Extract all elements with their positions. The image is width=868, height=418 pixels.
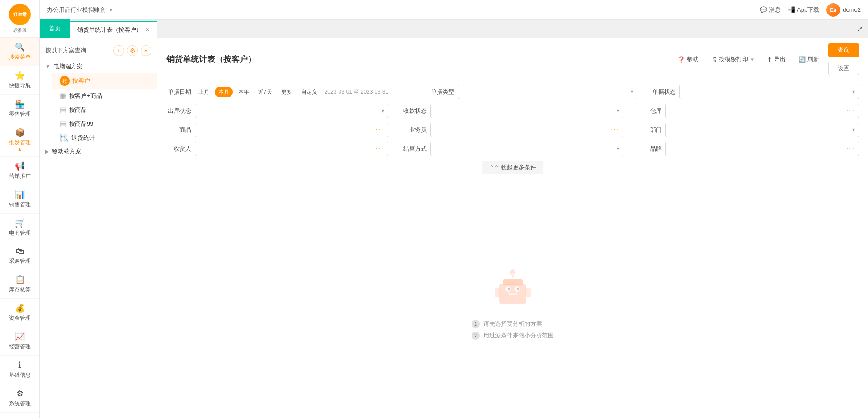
sidebar-item-inventory[interactable]: 📋 库存核算 — [0, 270, 39, 299]
brand-select[interactable]: ··· — [665, 142, 859, 156]
tab-home[interactable]: 首页 — [40, 19, 70, 38]
sidebar-item-enterprise[interactable]: 🤝 企业协同 — [0, 413, 39, 418]
export-button[interactable]: ⬆ 导出 — [764, 53, 789, 65]
filter-row-1: 单据日期 上月 本月 本年 近7天 更多 自定义 2023-03-01 至 20… — [166, 85, 859, 99]
page-actions: ❓ 帮助 🖨 按模板打印 ▼ ⬆ 导出 🔄 刷新 — [674, 43, 859, 75]
star-icon: ⭐ — [15, 71, 25, 81]
receiver-label: 收货人 — [166, 145, 191, 153]
date-label: 单据日期 — [166, 88, 191, 96]
sidebar-item-basic[interactable]: ℹ 基础信息 — [0, 356, 39, 384]
sidebar-item-marketing[interactable]: 📢 营销推广 — [0, 157, 39, 185]
sidebar-item-sales[interactable]: 📊 销售管理 — [0, 185, 39, 214]
tree-item-return[interactable]: 📉 退货统计 — [52, 131, 157, 145]
date-pill-this-month[interactable]: 本月 — [215, 87, 233, 97]
message-button[interactable]: 💬 消息 — [760, 6, 781, 14]
svg-point-9 — [510, 269, 515, 274]
product-select[interactable]: ··· — [195, 123, 388, 137]
svg-rect-1 — [495, 288, 500, 297]
date-pill-7days[interactable]: 近7天 — [255, 87, 276, 97]
sidebar-item-search[interactable]: 🔍 搜索菜单 — [0, 38, 39, 66]
order-status-chevron: ▾ — [852, 89, 855, 95]
tree-collapsed-icon: ▶ — [45, 148, 49, 155]
active-tab-label: 销货单统计表（按客户） — [77, 26, 142, 34]
order-status-select[interactable]: ▾ — [679, 85, 859, 99]
settlement-chevron: ▾ — [617, 146, 619, 152]
industry-title: 办公用品行业模拟账套 — [47, 6, 106, 14]
sidebar-item-operation[interactable]: 📈 经营管理 — [0, 327, 39, 356]
tree-item-product99[interactable]: ▤ 按商品99 — [52, 117, 157, 131]
sidebar-item-ecommerce[interactable]: 🛒 电商管理 — [0, 214, 39, 242]
tree-item-customer[interactable]: 按 按客户 — [52, 73, 157, 89]
return-icon: 📉 — [60, 133, 69, 142]
salesperson-select[interactable]: ··· — [430, 123, 624, 137]
date-pill-last-month[interactable]: 上月 — [195, 87, 213, 97]
collapse-filter-button[interactable]: ⌃⌃ 收起更多条件 — [482, 161, 543, 174]
print-dropdown-icon: ▼ — [750, 57, 755, 62]
tree-group-mobile[interactable]: ▶ 移动端方案 — [40, 145, 157, 158]
filter-section: 单据日期 上月 本月 本年 近7天 更多 自定义 2023-03-01 至 20… — [157, 79, 868, 180]
payment-status-chevron: ▾ — [617, 108, 619, 114]
wholesale-icon: 📦 — [15, 128, 25, 138]
download-icon: 📲 — [788, 6, 795, 13]
operation-icon: 📈 — [15, 332, 25, 342]
sidebar-item-purchase[interactable]: 🛍 采购管理 — [0, 242, 39, 270]
order-type-select[interactable]: ▾ — [458, 85, 637, 99]
user-area[interactable]: Ea demo2 — [826, 3, 861, 17]
main-area: 办公用品行业模拟账套 ▾ 💬 消息 📲 App下载 Ea demo2 首页 销货… — [40, 0, 868, 418]
sidebar: 好生意 标推版 🔍 搜索菜单 ⭐ 快捷导航 🏪 零售管理 📦 批发管理 ▲ 📢 … — [0, 0, 40, 418]
sidebar-item-system[interactable]: ⚙ 系统管理 — [0, 384, 39, 413]
maximize-button[interactable]: — ⤢ — [841, 19, 868, 38]
payment-status-label: 收款状态 — [402, 107, 427, 115]
left-panel-title: 按以下方案查询 — [45, 47, 86, 55]
filter-row-3: 商品 ··· 业务员 ··· — [166, 123, 859, 137]
scheme-settings-button[interactable]: ⚙ — [127, 45, 138, 56]
out-status-label: 出库状态 — [166, 107, 191, 115]
dropdown-icon[interactable]: ▾ — [109, 6, 113, 13]
settings-button[interactable]: 设置 — [828, 62, 859, 75]
settlement-select[interactable]: ▾ — [430, 142, 624, 156]
add-scheme-button[interactable]: + — [113, 45, 124, 56]
date-pill-more[interactable]: 更多 — [278, 87, 296, 97]
warehouse-select[interactable]: ··· — [665, 104, 859, 118]
sidebar-item-wholesale[interactable]: 📦 批发管理 ▲ — [0, 123, 39, 157]
tree-item-customer-label: 按客户 — [72, 77, 90, 85]
ecommerce-icon: 🛒 — [15, 218, 25, 228]
tab-sales-stat[interactable]: 销货单统计表（按客户） × — [70, 21, 157, 38]
collapse-panel-button[interactable]: « — [141, 45, 151, 56]
refresh-button[interactable]: 🔄 刷新 — [795, 53, 823, 65]
close-tab-icon[interactable]: × — [146, 26, 150, 34]
product99-icon: ▤ — [60, 119, 66, 128]
tree-item-product[interactable]: ▤ 按商品 — [52, 103, 157, 117]
product-dots: ··· — [375, 126, 384, 134]
svg-rect-8 — [508, 293, 517, 295]
print-button[interactable]: 🖨 按模板打印 ▼ — [708, 53, 758, 65]
finance-icon: 💰 — [15, 303, 25, 313]
filter-date: 单据日期 上月 本月 本年 近7天 更多 自定义 2023-03-01 至 20… — [166, 87, 416, 97]
out-status-select[interactable]: ▾ — [195, 104, 388, 118]
sidebar-item-retail[interactable]: 🏪 零售管理 — [0, 95, 39, 123]
out-status-chevron: ▾ — [382, 108, 384, 114]
tree-group-pc[interactable]: ▼ 电脑端方案 — [40, 60, 157, 73]
svg-point-6 — [508, 288, 510, 290]
customer-avatar-icon: 按 — [60, 76, 70, 86]
sidebar-item-finance[interactable]: 💰 资金管理 — [0, 299, 39, 327]
sidebar-item-shortcut[interactable]: ⭐ 快捷导航 — [0, 66, 39, 95]
left-panel-actions: + ⚙ « — [113, 45, 151, 56]
payment-status-select[interactable]: ▾ — [430, 104, 624, 118]
date-pill-custom[interactable]: 自定义 — [297, 87, 321, 97]
query-button[interactable]: 查询 — [828, 43, 859, 57]
app-download-button[interactable]: 📲 App下载 — [788, 6, 819, 14]
settlement-label: 结算方式 — [402, 145, 427, 153]
receiver-select[interactable]: ··· — [195, 142, 388, 156]
search-icon: 🔍 — [15, 42, 25, 52]
date-pill-this-year[interactable]: 本年 — [235, 87, 253, 97]
department-select[interactable]: ▾ — [665, 123, 859, 137]
logo-icon: 好生意 — [9, 4, 31, 25]
logo-text: 标推版 — [13, 27, 27, 33]
help-button[interactable]: ❓ 帮助 — [674, 53, 702, 65]
user-name: demo2 — [843, 6, 861, 13]
empty-illustration — [486, 259, 540, 314]
order-type-label: 单据类型 — [429, 88, 454, 96]
topbar-left: 办公用品行业模拟账套 ▾ — [47, 6, 113, 14]
tree-item-customer-product[interactable]: ▦ 按客户+商品 — [52, 89, 157, 103]
